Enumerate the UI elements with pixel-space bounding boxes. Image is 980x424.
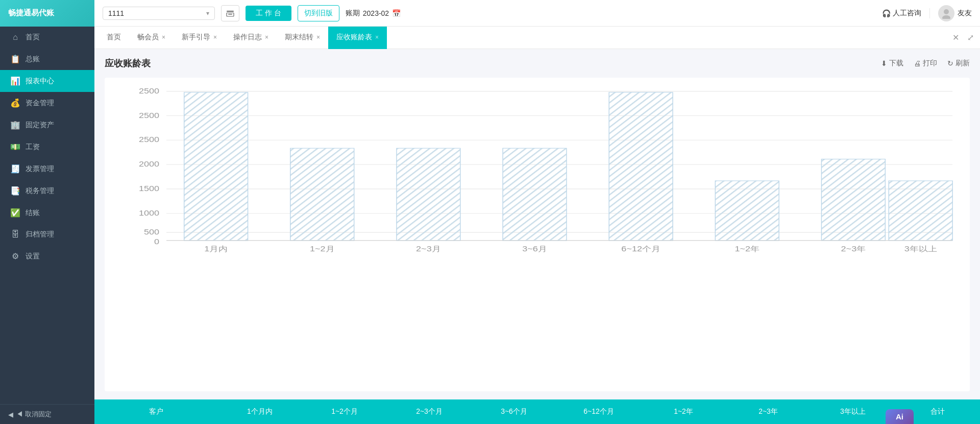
sidebar-label-close: 结账 [26, 208, 40, 218]
download-button[interactable]: ⬇下载 [881, 59, 903, 68]
table-header-col-0: 客户 [94, 407, 217, 416]
table-header-col-5: 6~12个月 [556, 407, 641, 416]
sidebar-label-tax: 税务管理 [26, 186, 54, 196]
sidebar-item-salary[interactable]: 💵 工资 [0, 136, 94, 158]
period-label: 账期 [346, 9, 360, 18]
sidebar-item-funds[interactable]: 💰 资金管理 [0, 92, 94, 114]
svg-rect-0 [227, 11, 234, 12]
svg-text:1~2月: 1~2月 [310, 245, 335, 252]
tab-close-period-close[interactable]: × [316, 34, 320, 41]
sidebar-label-ledger: 总账 [26, 55, 40, 64]
svg-text:2000: 2000 [139, 160, 159, 168]
sidebar-item-settings[interactable]: ⚙ 设置 [0, 245, 94, 267]
print-button[interactable]: 🖨打印 [914, 59, 937, 68]
logo-text: 畅捷通易代账 [8, 8, 54, 18]
tab-label-oplog: 操作日志 [233, 33, 262, 42]
tab-aging[interactable]: 应收账龄表 × [328, 27, 387, 49]
svg-point-3 [944, 9, 949, 14]
sidebar-item-tax[interactable]: 📑 税务管理 [0, 180, 94, 202]
sidebar-item-reports[interactable]: 📊 报表中心 [0, 70, 94, 92]
sidebar-label-salary: 工资 [26, 143, 40, 152]
consulting-button[interactable]: 🎧 人工咨询 [882, 9, 921, 18]
sidebar-item-assets[interactable]: 🏢 固定资产 [0, 114, 94, 136]
sidebar-icon-home: ⌂ [10, 33, 20, 42]
sidebar-footer[interactable]: ◀ ◀︎ 取消固定 [0, 404, 94, 424]
expand-tabs-button[interactable]: ⤢ [965, 31, 976, 44]
sidebar-label-assets: 固定资产 [26, 121, 54, 130]
sidebar-label-funds: 资金管理 [26, 99, 54, 108]
sidebar-icon-close: ✅ [10, 208, 20, 218]
table-header-col-7: 2~3年 [726, 407, 811, 416]
logo-area: 畅捷通易代账 [0, 0, 94, 27]
sidebar-label-settings: 设置 [26, 252, 40, 261]
tab-close-guide[interactable]: × [213, 34, 217, 41]
header-divider [929, 8, 930, 18]
svg-text:2~3月: 2~3月 [416, 245, 441, 252]
archive-button[interactable] [221, 5, 239, 21]
svg-point-4 [942, 15, 950, 19]
svg-text:1月内: 1月内 [204, 245, 228, 252]
sidebar-icon-invoice: 🧾 [10, 164, 20, 174]
refresh-button[interactable]: ↻刷新 [947, 59, 970, 68]
svg-text:1500: 1500 [139, 184, 159, 192]
close-all-tabs-button[interactable]: ✕ [950, 31, 961, 44]
svg-text:2500: 2500 [139, 87, 159, 95]
page-header: 应收账龄表 ⬇下载🖨打印↻刷新 [105, 57, 970, 69]
tab-home[interactable]: 首页 [99, 27, 129, 49]
bar-3-6月 [503, 148, 567, 241]
svg-text:1~2年: 1~2年 [734, 245, 760, 252]
tab-close-member[interactable]: × [162, 34, 165, 41]
sidebar-icon-archive: 🗄 [10, 230, 20, 239]
tabs-actions: ✕ ⤢ [950, 31, 976, 44]
tab-label-home: 首页 [107, 33, 121, 42]
table-header-col-8: 3年以上 [811, 407, 895, 416]
svg-text:2500: 2500 [139, 136, 159, 144]
print-icon: 🖨 [914, 59, 921, 67]
ai-badge[interactable]: Ai [886, 409, 914, 424]
sidebar-icon-funds: 💰 [10, 98, 20, 108]
sidebar: ⌂ 首页 📋 总账 📊 报表中心 💰 资金管理 🏢 固定资产 💵 工资 🧾 发票… [0, 27, 94, 424]
tab-oplog[interactable]: 操作日志 × [225, 27, 277, 49]
download-label: 下载 [889, 59, 903, 68]
chart-wrap: 2500 2500 2500 2000 1500 1000 500 0 [110, 86, 960, 260]
user-avatar [938, 5, 954, 21]
company-selector[interactable]: 1111 ▾ [103, 7, 215, 20]
switch-old-button[interactable]: 切到旧版 [298, 5, 339, 21]
bar-2-3年 [821, 159, 885, 240]
header-center: 1111 ▾ 工 作 台 切到旧版 账期 2023-02 📅 [103, 5, 882, 21]
sidebar-item-close[interactable]: ✅ 结账 [0, 202, 94, 224]
period-area: 账期 2023-02 📅 [346, 9, 401, 18]
sidebar-item-ledger[interactable]: 📋 总账 [0, 48, 94, 70]
sidebar-icon-assets: 🏢 [10, 120, 20, 130]
bar-6-12月 [609, 92, 673, 241]
tab-close-oplog[interactable]: × [265, 34, 268, 41]
sidebar-item-invoice[interactable]: 🧾 发票管理 [0, 158, 94, 180]
bar-1月内 [184, 92, 248, 241]
svg-text:2~3年: 2~3年 [841, 245, 866, 252]
svg-text:2500: 2500 [139, 111, 159, 119]
calendar-icon[interactable]: 📅 [392, 9, 401, 17]
page-content: 应收账龄表 ⬇下载🖨打印↻刷新 [94, 49, 980, 399]
svg-text:3~6月: 3~6月 [522, 245, 547, 252]
bar-2-3月 [397, 148, 460, 241]
content-area: 首页畅会员 ×新手引导 ×操作日志 ×期末结转 ×应收账龄表 × ✕ ⤢ 应收账… [94, 27, 980, 424]
tab-close-aging[interactable]: × [375, 34, 379, 41]
table-header-col-4: 3~6个月 [472, 407, 556, 416]
unpin-icon: ◀ [8, 411, 13, 418]
svg-text:0: 0 [154, 238, 159, 245]
sidebar-icon-salary: 💵 [10, 142, 20, 152]
sidebar-item-home[interactable]: ⌂ 首页 [0, 27, 94, 48]
company-name: 1111 [108, 9, 202, 17]
user-area[interactable]: 友友 [938, 5, 972, 21]
tab-member[interactable]: 畅会员 × [129, 27, 174, 49]
sidebar-label-home: 首页 [26, 33, 40, 42]
tab-period-close[interactable]: 期末结转 × [277, 27, 328, 49]
user-name: 友友 [958, 9, 972, 18]
tab-label-guide: 新手引导 [182, 33, 210, 42]
tab-guide[interactable]: 新手引导 × [174, 27, 225, 49]
sidebar-item-archive[interactable]: 🗄 归档管理 [0, 224, 94, 245]
svg-text:6~12个月: 6~12个月 [621, 245, 660, 252]
top-header: 畅捷通易代账 1111 ▾ 工 作 台 切到旧版 账期 2023-02 📅 🎧 … [0, 0, 980, 27]
sidebar-icon-tax: 📑 [10, 186, 20, 196]
workbench-button[interactable]: 工 作 台 [246, 6, 291, 21]
